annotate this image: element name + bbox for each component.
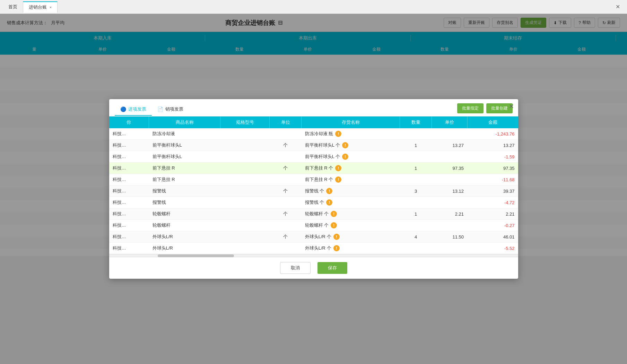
col-header-amount: 金额 xyxy=(467,116,518,128)
scroll-bar[interactable] xyxy=(109,254,518,257)
table-row: 科技…轮毂螺杆个轮毂螺杆 个!12.212.21 xyxy=(109,208,518,220)
warning-icon: ! xyxy=(342,154,348,160)
col-header-qty: 数量 xyxy=(400,116,432,128)
col-header-inventory-name: 存货名称 xyxy=(302,116,400,128)
warning-icon: ! xyxy=(333,234,340,240)
tab-ledger[interactable]: 进销台账 × xyxy=(23,1,58,13)
modal-body: 你 商品名称 规格型号 单位 存货名称 数量 单价 金额 科技…防冻冷却液防冻冷… xyxy=(109,116,518,254)
col-header-product-name: 商品名称 xyxy=(149,116,220,128)
invoice-table: 你 商品名称 规格型号 单位 存货名称 数量 单价 金额 科技…防冻冷却液防冻冷… xyxy=(109,116,518,254)
warning-icon: ! xyxy=(335,176,341,183)
table-row: 科技…前平衡杆球头L前平衡杆球头L 个!-1.59 xyxy=(109,151,518,163)
modal-header: 🔵 进项发票 📄 销项发票 批量指定 批量创建 ✕ xyxy=(109,99,518,116)
table-row: 科技…前下悬挂 R个前下悬挂 R 个!197.3597.35 xyxy=(109,163,518,174)
table-row: 科技…前平衡杆球头L个前平衡杆球头L 个!113.2713.27 xyxy=(109,140,518,151)
main-area: 销售成本计算方法： 月平均 商贸企业进销台账 ⊟ 对账 重新开账 存货别名 生成… xyxy=(0,14,627,364)
col-header-spec: 规格型号 xyxy=(220,116,270,128)
warning-icon: ! xyxy=(326,199,332,206)
modal-close-button[interactable]: ✕ xyxy=(509,103,514,110)
warning-icon: ! xyxy=(335,131,341,137)
outgoing-invoice-icon: 📄 xyxy=(157,106,163,112)
table-row: 科技…报警线报警线 个!-4.72 xyxy=(109,197,518,208)
table-row: 科技…报警线个报警线 个!313.1239.37 xyxy=(109,185,518,197)
warning-icon: ! xyxy=(333,245,340,251)
tab-home[interactable]: 首页 xyxy=(3,2,23,12)
tab-close-icon[interactable]: × xyxy=(50,5,52,9)
save-button[interactable]: 保存 xyxy=(317,262,347,274)
table-row: 科技…前下悬挂 R前下悬挂 R 个!-11.68 xyxy=(109,174,518,185)
warning-icon: ! xyxy=(331,222,337,228)
table-row: 科技…轮毂螺杆轮毂螺杆 个!-0.27 xyxy=(109,220,518,231)
table-row: 科技…外球头L/R外球头L/R 个!-5.52 xyxy=(109,243,518,254)
modal-actions: 批量指定 批量创建 xyxy=(457,103,513,116)
table-row: 科技…防冻冷却液防冻冷却液 瓶!-1,243.76 xyxy=(109,128,518,140)
modal-footer: 取消 保存 xyxy=(109,257,518,279)
cancel-button[interactable]: 取消 xyxy=(280,262,311,274)
incoming-invoice-icon: 🔵 xyxy=(120,106,126,112)
scroll-thumb[interactable] xyxy=(158,254,234,257)
tab-bar: 首页 进销台账 × ✕ xyxy=(0,0,627,14)
tab-outgoing-invoice[interactable]: 📄 销项发票 xyxy=(152,103,189,116)
warning-icon: ! xyxy=(342,142,348,148)
col-header-company: 你 xyxy=(109,116,149,128)
window-close-button[interactable]: ✕ xyxy=(611,3,624,10)
col-header-unit: 单位 xyxy=(270,116,302,128)
table-row: 科技…外球头L/R个外球头L/R 个!411.5046.01 xyxy=(109,231,518,243)
batch-assign-button[interactable]: 批量指定 xyxy=(457,103,484,113)
warning-icon: ! xyxy=(326,188,332,194)
modal-overlay: 🔵 进项发票 📄 销项发票 批量指定 批量创建 ✕ xyxy=(0,14,627,364)
modal-dialog: 🔵 进项发票 📄 销项发票 批量指定 批量创建 ✕ xyxy=(109,99,518,279)
warning-icon: ! xyxy=(335,165,341,171)
tab-incoming-invoice[interactable]: 🔵 进项发票 xyxy=(115,103,152,116)
warning-icon: ! xyxy=(331,211,337,217)
col-header-price: 单价 xyxy=(432,116,467,128)
modal-tabs: 🔵 进项发票 📄 销项发票 xyxy=(115,103,189,116)
